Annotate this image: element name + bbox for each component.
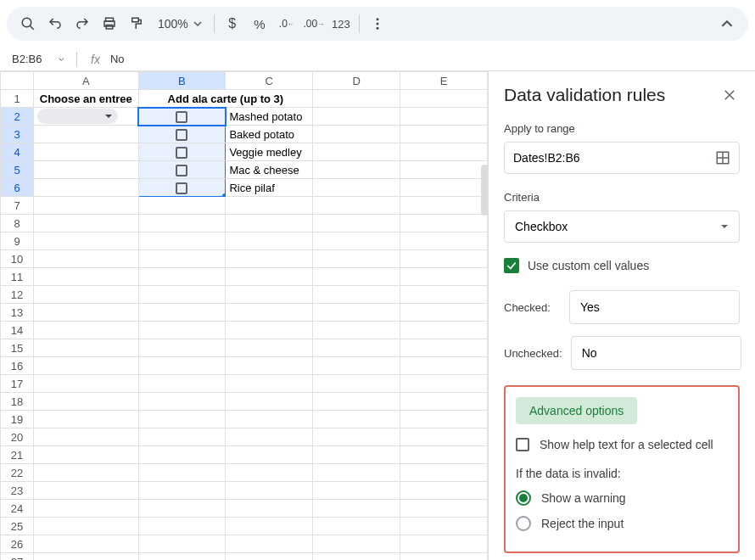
col-header-C[interactable]: C <box>226 72 313 90</box>
zoom-dropdown[interactable]: 100% <box>151 17 209 31</box>
row-header[interactable]: 4 <box>1 143 34 161</box>
row-header[interactable]: 26 <box>1 535 34 553</box>
currency-icon[interactable]: $ <box>220 11 245 36</box>
cell[interactable] <box>34 143 138 161</box>
cell-B1[interactable]: Add ala carte (up to 3) <box>138 90 313 108</box>
formula-value[interactable]: No <box>110 53 125 65</box>
cell[interactable] <box>34 161 138 179</box>
checkbox-icon[interactable] <box>176 129 187 141</box>
cell[interactable] <box>313 143 400 161</box>
row-header[interactable]: 16 <box>1 357 34 375</box>
cell-C6[interactable]: Rice pilaf <box>226 179 313 197</box>
row-header[interactable]: 20 <box>1 428 34 446</box>
row-header[interactable]: 17 <box>1 375 34 393</box>
row-header[interactable]: 7 <box>1 197 34 215</box>
row-header[interactable]: 6 <box>1 179 34 197</box>
cell[interactable] <box>34 126 138 143</box>
sheet-area[interactable]: A B C D E 1 Choose an entree Add ala car… <box>0 71 488 560</box>
close-icon[interactable] <box>719 85 740 105</box>
corner-cell[interactable] <box>1 72 34 90</box>
cell[interactable] <box>313 126 400 143</box>
increase-decimal-icon[interactable]: .00→ <box>301 11 327 36</box>
cell[interactable] <box>313 161 400 179</box>
checkbox-empty-icon[interactable] <box>516 438 529 451</box>
name-box[interactable]: B2:B6 <box>8 51 68 67</box>
undo-icon[interactable] <box>42 11 68 36</box>
row-header[interactable]: 19 <box>1 411 34 428</box>
cell[interactable] <box>400 108 488 126</box>
dropdown-chip[interactable] <box>37 109 118 124</box>
reject-input-radio[interactable]: Reject the input <box>516 516 728 531</box>
cell-B3[interactable] <box>138 126 226 143</box>
row-header[interactable]: 25 <box>1 518 34 535</box>
cell-B2[interactable] <box>138 108 226 126</box>
row-header[interactable]: 11 <box>1 268 34 286</box>
col-header-B[interactable]: B <box>138 72 226 90</box>
scrollbar[interactable] <box>481 165 488 216</box>
search-icon[interactable] <box>15 11 41 36</box>
percent-icon[interactable]: % <box>247 11 272 36</box>
checkbox-icon[interactable] <box>176 165 187 176</box>
redo-icon[interactable] <box>70 11 95 36</box>
checkbox-icon[interactable] <box>176 111 187 123</box>
cell[interactable] <box>400 161 488 179</box>
cell-B4[interactable] <box>138 143 226 161</box>
cell-B6[interactable] <box>138 179 226 197</box>
row-header[interactable]: 14 <box>1 322 34 339</box>
unchecked-value-input[interactable] <box>571 336 741 370</box>
range-input[interactable] <box>513 151 715 165</box>
cell[interactable] <box>34 179 138 197</box>
cell[interactable] <box>400 90 488 108</box>
more-icon[interactable] <box>365 11 390 36</box>
cell[interactable] <box>400 126 488 143</box>
row-header[interactable]: 22 <box>1 464 34 482</box>
checkbox-icon[interactable] <box>176 182 187 194</box>
cell[interactable] <box>400 143 488 161</box>
row-header[interactable]: 21 <box>1 446 34 464</box>
cell-C4[interactable]: Veggie medley <box>226 143 313 161</box>
fill-handle[interactable] <box>222 193 226 197</box>
col-header-D[interactable]: D <box>313 72 400 90</box>
checked-value-input[interactable] <box>569 290 740 324</box>
select-range-icon[interactable] <box>715 150 730 165</box>
custom-values-checkbox-row[interactable]: Use custom cell values <box>504 258 740 273</box>
print-icon[interactable] <box>97 11 122 36</box>
cell-A1[interactable]: Choose an entree <box>34 90 138 108</box>
collapse-icon[interactable] <box>714 11 740 36</box>
row-header[interactable]: 13 <box>1 304 34 322</box>
row-header[interactable]: 1 <box>1 90 34 108</box>
col-header-E[interactable]: E <box>400 72 488 90</box>
help-text-checkbox-row[interactable]: Show help text for a selected cell <box>516 438 728 451</box>
criteria-dropdown[interactable]: Checkbox <box>504 210 740 243</box>
show-warning-radio[interactable]: Show a warning <box>516 490 728 506</box>
range-input-wrapper[interactable] <box>504 142 740 174</box>
checkbox-icon[interactable] <box>176 147 187 159</box>
spreadsheet-grid[interactable]: A B C D E 1 Choose an entree Add ala car… <box>0 71 488 560</box>
row-header[interactable]: 27 <box>1 553 34 561</box>
row-header[interactable]: 8 <box>1 215 34 232</box>
row-header[interactable]: 9 <box>1 232 34 250</box>
row-header[interactable]: 18 <box>1 393 34 411</box>
row-header[interactable]: 3 <box>1 126 34 143</box>
cell[interactable] <box>313 108 400 126</box>
checkbox-checked-icon[interactable] <box>504 258 519 273</box>
paint-format-icon[interactable] <box>124 11 149 36</box>
cell[interactable] <box>313 179 400 197</box>
advanced-options-button[interactable]: Advanced options <box>516 397 637 424</box>
cell-C2[interactable]: Mashed potato <box>226 108 313 126</box>
cell[interactable] <box>400 179 488 197</box>
row-header[interactable]: 23 <box>1 482 34 500</box>
cell-A2[interactable] <box>34 108 138 126</box>
row-header[interactable]: 24 <box>1 500 34 518</box>
cell-C3[interactable]: Baked potato <box>226 126 313 143</box>
row-header[interactable]: 2 <box>1 108 34 126</box>
row-header[interactable]: 12 <box>1 286 34 304</box>
cell-C5[interactable]: Mac & cheese <box>226 161 313 179</box>
cell[interactable] <box>313 90 400 108</box>
format-number-icon[interactable]: 123 <box>328 11 354 36</box>
cell-B5[interactable] <box>138 161 226 179</box>
col-header-A[interactable]: A <box>34 72 138 90</box>
row-header[interactable]: 15 <box>1 339 34 357</box>
row-header[interactable]: 10 <box>1 250 34 268</box>
decrease-decimal-icon[interactable]: .0← <box>274 11 299 36</box>
